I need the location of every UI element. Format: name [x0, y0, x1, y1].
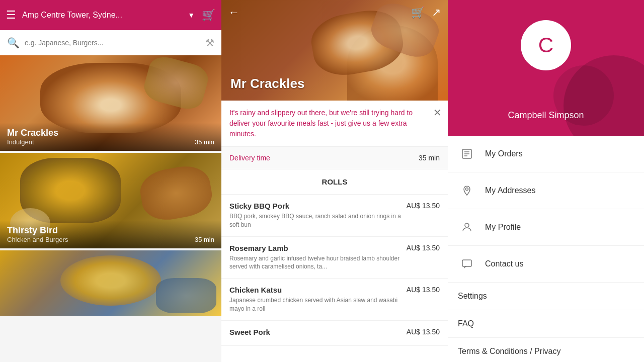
user-name: Campbell Simpson — [448, 110, 644, 121]
user-avatar: C — [521, 20, 571, 70]
nav-item-profile[interactable]: My Profile — [448, 209, 644, 246]
menu-item-info-0: Sticky BBQ Pork BBQ pork, smokey BBQ sau… — [229, 202, 407, 229]
person-icon — [458, 218, 476, 236]
restaurant-category: Indulgent — [7, 138, 214, 146]
hero-cart-icon[interactable]: 🛒 — [411, 6, 425, 19]
addresses-label: My Addresses — [485, 186, 535, 195]
location-icon — [458, 182, 476, 200]
restaurant-name: Mr Crackles — [7, 128, 214, 138]
menu-item-price-1: AU$ 13.50 — [407, 244, 440, 252]
svg-point-4 — [466, 188, 468, 191]
menu-item-info-1: Rosemary Lamb Rosemary and garlic infuse… — [229, 244, 407, 272]
user-header: C Campbell Simpson — [448, 0, 644, 136]
nav-item-terms[interactable]: Terms & Conditions / Privacy — [448, 338, 644, 362]
hero-action-buttons: 🛒 ↗ — [411, 6, 441, 19]
faq-label: FAQ — [458, 319, 474, 328]
hamburger-icon[interactable]: ☰ — [6, 9, 16, 22]
hero-navigation: ← 🛒 ↗ — [221, 0, 448, 25]
filter-icon[interactable]: ⚒ — [205, 37, 214, 49]
alert-banner: It's rainy and slippery out there, but w… — [221, 101, 448, 147]
menu-item-name-1: Rosemary Lamb — [229, 244, 401, 252]
contact-label: Contact us — [485, 259, 523, 268]
menu-section-title: ROLLS — [221, 169, 448, 195]
orders-label: My Orders — [485, 149, 523, 158]
dropdown-arrow-icon[interactable]: ▼ — [188, 11, 195, 19]
menu-item-name-3: Sweet Pork — [229, 328, 401, 336]
restaurant-name-2: Thirsty Bird — [7, 225, 214, 236]
menu-item-0[interactable]: Sticky BBQ Pork BBQ pork, smokey BBQ sau… — [221, 195, 448, 237]
delivery-time-value: 35 min — [419, 154, 440, 162]
user-initial: C — [538, 33, 553, 57]
svg-point-5 — [465, 223, 469, 227]
delivery-time-label: Delivery time — [229, 154, 270, 162]
delivery-time-row: Delivery time 35 min — [221, 147, 448, 169]
restaurant-card-overlay-2: Thirsty Bird Chicken and Burgers — [0, 220, 221, 248]
menu-item-desc-1: Rosemary and garlic infused twelve hour … — [229, 254, 401, 272]
cart-icon[interactable]: 🛒 — [202, 9, 215, 22]
top-navigation: ☰ Amp Centre Tower, Sydne... ▼ 🛒 — [0, 0, 221, 30]
back-icon[interactable]: ← — [228, 6, 239, 19]
menu-item-2[interactable]: Chicken Katsu Japanese crumbed chicken s… — [221, 279, 448, 321]
menu-item-name-0: Sticky BBQ Pork — [229, 202, 401, 210]
restaurant-list: Mr Crackles Indulgent 35 min Thirsty Bir… — [0, 55, 221, 362]
nav-item-settings[interactable]: Settings — [448, 283, 644, 310]
restaurant-delivery-time: 35 min — [195, 138, 214, 146]
menu-item-name-2: Chicken Katsu — [229, 286, 401, 294]
menu-item-price-2: AU$ 13.50 — [407, 286, 440, 294]
menu-item-info-2: Chicken Katsu Japanese crumbed chicken s… — [229, 286, 407, 313]
search-input[interactable] — [25, 39, 205, 47]
hero-restaurant-name: Mr Crackles — [230, 76, 304, 92]
search-icon: 🔍 — [7, 37, 20, 49]
terms-label: Terms & Conditions / Privacy — [458, 347, 561, 355]
profile-label: My Profile — [485, 223, 521, 232]
restaurant-card-thirsty-bird[interactable]: Thirsty Bird Chicken and Burgers 35 min — [0, 153, 221, 248]
menu-item-desc-0: BBQ pork, smokey BBQ sauce, ranch salad … — [229, 212, 401, 229]
alert-close-icon[interactable]: ✕ — [433, 107, 442, 119]
nav-item-contact[interactable]: Contact us — [448, 246, 644, 283]
center-panel: ← 🛒 ↗ Mr Crackles It's rainy and slipper… — [221, 0, 448, 362]
restaurant-card-overlay: Mr Crackles Indulgent — [0, 123, 221, 151]
menu-item-price-3: AU$ 13.50 — [407, 328, 440, 336]
menu-items-list: Sticky BBQ Pork BBQ pork, smokey BBQ sau… — [221, 195, 448, 346]
hero-share-icon[interactable]: ↗ — [432, 6, 441, 19]
search-bar: 🔍 ⚒ — [0, 30, 221, 55]
chat-icon — [458, 255, 476, 273]
restaurant-card-3[interactable] — [0, 250, 221, 316]
right-panel: C Campbell Simpson My Orders My Addresse… — [448, 0, 644, 362]
svg-rect-6 — [462, 260, 471, 266]
menu-item-3[interactable]: Sweet Pork AU$ 13.50 — [221, 321, 448, 346]
menu-item-info-3: Sweet Pork — [229, 328, 407, 338]
menu-item-1[interactable]: Rosemary Lamb Rosemary and garlic infuse… — [221, 237, 448, 279]
nav-item-orders[interactable]: My Orders — [448, 136, 644, 172]
restaurant-delivery-time-2: 35 min — [195, 236, 214, 243]
orders-icon — [458, 145, 476, 163]
restaurant-category-2: Chicken and Burgers — [7, 236, 214, 243]
restaurant-hero: ← 🛒 ↗ Mr Crackles — [221, 0, 448, 101]
settings-label: Settings — [458, 292, 487, 300]
nav-item-faq[interactable]: FAQ — [448, 310, 644, 338]
restaurant-card-mr-crackles[interactable]: Mr Crackles Indulgent 35 min — [0, 55, 221, 151]
menu-item-price-0: AU$ 13.50 — [407, 202, 440, 210]
location-label[interactable]: Amp Centre Tower, Sydne... — [22, 11, 185, 20]
menu-item-desc-2: Japanese crumbed chicken served with Asi… — [229, 296, 401, 313]
nav-item-addresses[interactable]: My Addresses — [448, 172, 644, 209]
alert-text: It's rainy and slippery out there, but w… — [229, 108, 428, 139]
